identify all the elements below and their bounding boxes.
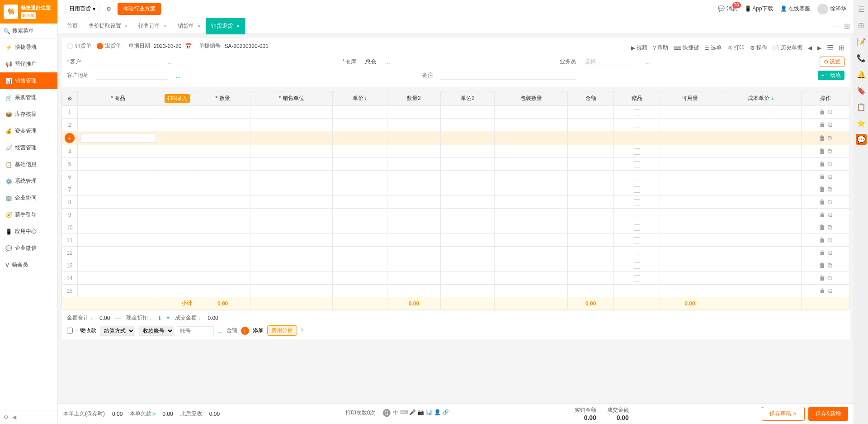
qty-cell-7[interactable] xyxy=(195,183,250,196)
qty-cell-11[interactable] xyxy=(195,234,250,247)
unit2-cell-7[interactable] xyxy=(441,183,495,196)
qty-cell-2[interactable] xyxy=(195,119,250,131)
sidebar-item-purchase[interactable]: 🛒 采购管理 xyxy=(0,89,57,106)
save-new-button[interactable]: 保存&新增 xyxy=(808,407,848,421)
gift-cell-1[interactable] xyxy=(614,106,660,119)
sidebar-item-marketing[interactable]: 📢 营销推广 xyxy=(0,56,57,72)
gift-checkbox-11[interactable] xyxy=(634,237,640,243)
amount-cell-8[interactable] xyxy=(568,196,614,209)
sidebar-item-wechat[interactable]: 💬 企业微信 xyxy=(0,240,57,257)
product-input-3[interactable] xyxy=(80,133,156,143)
copy-icon-1[interactable]: ⧉ xyxy=(828,108,832,116)
price-cell-6[interactable] xyxy=(333,171,387,183)
qty2-cell-3[interactable] xyxy=(387,131,441,145)
qty2-cell-11[interactable] xyxy=(387,234,441,247)
one-click-payment[interactable]: 一键收款 xyxy=(67,327,96,334)
qty2-cell-15[interactable] xyxy=(387,285,441,297)
unit2-cell-9[interactable] xyxy=(441,209,495,221)
unit-cell-7[interactable] xyxy=(250,183,333,196)
right-icon-7[interactable]: 📋 xyxy=(856,101,867,112)
cost-price-cell-15[interactable] xyxy=(720,285,801,297)
sidebar-item-quick-nav[interactable]: ⚡ 快捷导航 xyxy=(0,39,57,56)
qty-cell-8[interactable] xyxy=(195,196,250,209)
delete-icon-7[interactable]: 🗑 xyxy=(819,186,825,193)
available-cell-8[interactable] xyxy=(660,196,720,209)
qty-cell-10[interactable] xyxy=(195,221,250,234)
available-cell-5[interactable] xyxy=(660,158,720,171)
unit2-cell-15[interactable] xyxy=(441,285,495,297)
unit-cell-1[interactable] xyxy=(250,106,333,119)
available-cell-4[interactable] xyxy=(660,145,720,158)
price-cell-10[interactable] xyxy=(333,221,387,234)
cost-price-cell-9[interactable] xyxy=(720,209,801,221)
gift-checkbox-14[interactable] xyxy=(634,275,640,281)
print-btn[interactable]: 🖨 打印 xyxy=(727,44,745,52)
unit2-cell-12[interactable] xyxy=(441,247,495,259)
qty-cell-5[interactable] xyxy=(195,158,250,171)
product-cell-2[interactable] xyxy=(78,119,159,131)
copy-icon-4[interactable]: ⧉ xyxy=(828,148,832,155)
price-cell-12[interactable] xyxy=(333,247,387,259)
gift-cell-7[interactable] xyxy=(614,183,660,196)
amount-cell-13[interactable] xyxy=(568,259,614,272)
pkg-qty-cell-5[interactable] xyxy=(495,158,568,171)
product-cell-13[interactable] xyxy=(78,259,159,272)
copy-icon-6[interactable]: ⧉ xyxy=(828,173,832,181)
gift-cell-14[interactable] xyxy=(614,272,660,285)
pkg-qty-cell-12[interactable] xyxy=(495,247,568,259)
unit-cell-10[interactable] xyxy=(250,221,333,234)
cost-price-cell-1[interactable] xyxy=(720,106,801,119)
pkg-qty-cell-2[interactable] xyxy=(495,119,568,131)
price-cell-5[interactable] xyxy=(333,158,387,171)
account-input[interactable] xyxy=(178,326,214,335)
available-cell-13[interactable] xyxy=(660,259,720,272)
tab-sales-return[interactable]: 销货退货 × xyxy=(206,18,245,34)
tab-price-setting[interactable]: 售价提取设置 × xyxy=(83,18,133,34)
price-cell-2[interactable] xyxy=(333,119,387,131)
settings-icon-btn[interactable]: ⚙ xyxy=(103,4,114,14)
available-cell-7[interactable] xyxy=(660,183,720,196)
gift-cell-6[interactable] xyxy=(614,171,660,183)
delete-icon-15[interactable]: 🗑 xyxy=(819,287,825,295)
price-cell-8[interactable] xyxy=(333,196,387,209)
product-cell-11[interactable] xyxy=(78,234,159,247)
remark-input[interactable] xyxy=(440,71,576,80)
sidebar-collapse-icon[interactable]: ◀ xyxy=(12,414,16,420)
delete-icon-9[interactable]: 🗑 xyxy=(819,211,825,219)
sidebar-item-vip[interactable]: V 畅会员 xyxy=(0,257,57,273)
sidebar-item-basic-info[interactable]: 📋 基础信息 xyxy=(0,156,57,173)
delete-icon-11[interactable]: 🗑 xyxy=(819,236,825,244)
tab-return-close[interactable]: × xyxy=(236,23,239,29)
product-cell-9[interactable] xyxy=(78,209,159,221)
cost-price-cell-4[interactable] xyxy=(720,145,801,158)
unit-cell-14[interactable] xyxy=(250,272,333,285)
qty-cell-6[interactable] xyxy=(195,171,250,183)
select-btn[interactable]: ☰ 选单 xyxy=(704,44,722,52)
pkg-qty-cell-13[interactable] xyxy=(495,259,568,272)
amount-cell-11[interactable] xyxy=(568,234,614,247)
unit-cell-5[interactable] xyxy=(250,158,333,171)
amount-cell-1[interactable] xyxy=(568,106,614,119)
unit-cell-8[interactable] xyxy=(250,196,333,209)
pkg-qty-cell-14[interactable] xyxy=(495,272,568,285)
gift-cell-12[interactable] xyxy=(614,247,660,259)
qty2-cell-10[interactable] xyxy=(387,221,441,234)
unit2-cell-3[interactable] xyxy=(441,131,495,145)
window-grid-icon[interactable]: ⊞ xyxy=(844,22,850,30)
qty-cell-4[interactable] xyxy=(195,145,250,158)
delete-icon-3[interactable]: 🗑 xyxy=(819,134,825,142)
product-cell-3[interactable] xyxy=(78,131,159,145)
copy-icon-14[interactable]: ⧉ xyxy=(828,274,832,282)
gift-checkbox-1[interactable] xyxy=(634,109,640,115)
gift-cell-9[interactable] xyxy=(614,209,660,221)
price-cell-1[interactable] xyxy=(333,106,387,119)
qty-cell-13[interactable] xyxy=(195,259,250,272)
product-cell-12[interactable] xyxy=(78,247,159,259)
unit2-cell-13[interactable] xyxy=(441,259,495,272)
sidebar-item-inventory[interactable]: 📦 库存核算 xyxy=(0,106,57,123)
available-cell-11[interactable] xyxy=(660,234,720,247)
unit-cell-4[interactable] xyxy=(250,145,333,158)
gift-cell-10[interactable] xyxy=(614,221,660,234)
unit-cell-9[interactable] xyxy=(250,209,333,221)
available-cell-15[interactable] xyxy=(660,285,720,297)
